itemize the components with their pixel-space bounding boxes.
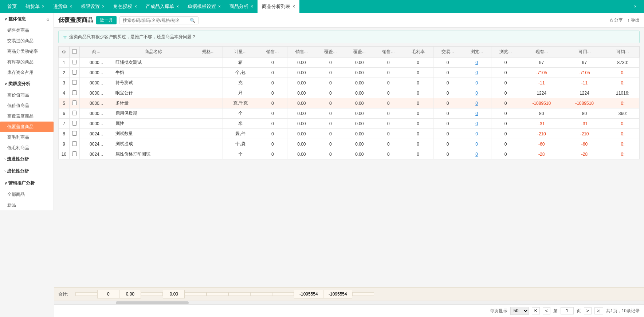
sidebar-item-low-value[interactable]: 低价值商品 bbox=[0, 100, 54, 111]
sidebar-section-flow[interactable]: › 流通性分析 bbox=[0, 153, 54, 165]
cell-st1: -11 bbox=[520, 78, 563, 88]
cell-spec bbox=[194, 88, 223, 98]
nav-close-product-analysis-list[interactable]: × bbox=[292, 0, 295, 13]
cell-br1[interactable]: 0 bbox=[462, 98, 491, 108]
scrollbar-area[interactable] bbox=[54, 301, 644, 304]
nav-product-stock[interactable]: 产成品入库单 × bbox=[141, 0, 183, 13]
nav-close-role-auth[interactable]: × bbox=[134, 0, 137, 13]
row-checkbox[interactable] bbox=[72, 60, 77, 64]
select-all-checkbox[interactable] bbox=[72, 49, 77, 54]
share-button[interactable]: ⎙ 分享 bbox=[610, 17, 623, 23]
row-checkbox[interactable] bbox=[72, 141, 77, 146]
sidebar-item-low-margin[interactable]: 低毛利商品 bbox=[0, 143, 54, 153]
cell-br1[interactable]: 0 bbox=[462, 129, 491, 139]
row-checkbox[interactable] bbox=[72, 121, 77, 126]
cell-unit: 克,千克 bbox=[223, 98, 258, 108]
prev-page-button[interactable]: < bbox=[543, 307, 550, 314]
cell-check[interactable] bbox=[70, 129, 80, 139]
row-checkbox[interactable] bbox=[72, 90, 77, 95]
sidebar-item-high-margin[interactable]: 高毛利商品 bbox=[0, 132, 54, 143]
row-checkbox[interactable] bbox=[72, 131, 77, 136]
nav-product-analysis[interactable]: 商品分析 × bbox=[225, 0, 258, 13]
window-close-button[interactable]: × bbox=[629, 0, 641, 13]
cell-br1[interactable]: 0 bbox=[462, 78, 491, 88]
export-icon: ↑ bbox=[627, 18, 629, 23]
nav-template-settings[interactable]: 单据模板设置 × bbox=[183, 0, 225, 13]
row-checkbox[interactable] bbox=[72, 80, 77, 85]
cell-br1[interactable]: 0 bbox=[462, 68, 491, 78]
cell-c2: 0.00 bbox=[345, 119, 374, 129]
cell-tr: 0 bbox=[433, 129, 462, 139]
row-checkbox[interactable] bbox=[72, 111, 77, 115]
sidebar-section-cluster[interactable]: ∨ 类群度分析 bbox=[0, 78, 54, 90]
sidebar-section-growth[interactable]: › 成长性分析 bbox=[0, 165, 54, 177]
col-settings[interactable]: ⚙ bbox=[59, 47, 70, 58]
row-checkbox[interactable] bbox=[72, 151, 77, 156]
nav-role-auth[interactable]: 角色授权 × bbox=[109, 0, 141, 13]
total-info: 共1页，10条记录 bbox=[606, 308, 640, 314]
sidebar-item-high-value[interactable]: 高价值商品 bbox=[0, 90, 54, 100]
nav-close-sales-order[interactable]: × bbox=[42, 0, 44, 13]
sidebar-item-low-coverage[interactable]: 低覆盖度商品 bbox=[0, 122, 54, 132]
cell-br1[interactable]: 0 bbox=[462, 108, 491, 119]
sidebar-item-in-stock[interactable]: 有库存的商品 bbox=[0, 57, 54, 67]
cell-check[interactable] bbox=[70, 108, 80, 119]
cell-check[interactable] bbox=[70, 58, 80, 68]
nav-sales-order[interactable]: 销货单 × bbox=[21, 0, 49, 13]
cell-c1: 0 bbox=[316, 68, 345, 78]
nav-permissions[interactable]: 权限设置 × bbox=[76, 0, 109, 13]
nav-close-product-stock[interactable]: × bbox=[176, 0, 179, 13]
last-page-button[interactable]: >| bbox=[594, 307, 603, 314]
cell-check[interactable] bbox=[70, 149, 80, 159]
current-page-input[interactable] bbox=[561, 307, 574, 314]
cell-br1[interactable]: 0 bbox=[462, 119, 491, 129]
nav-close-template-settings[interactable]: × bbox=[218, 0, 221, 13]
cell-sa: 0: bbox=[606, 78, 639, 88]
cell-check[interactable] bbox=[70, 139, 80, 149]
cell-br2: 0 bbox=[491, 78, 520, 88]
collapse-icon[interactable]: « bbox=[46, 16, 49, 22]
first-page-button[interactable]: K bbox=[532, 307, 540, 314]
cell-check[interactable] bbox=[70, 119, 80, 129]
nav-home[interactable]: 首页 bbox=[3, 0, 21, 13]
sidebar-item-traded-goods[interactable]: 交易过的商品 bbox=[0, 36, 54, 46]
search-icon[interactable]: 🔍 bbox=[190, 18, 195, 23]
sidebar-section-overall[interactable]: ∨ 整体信息 « bbox=[0, 13, 54, 25]
arrow-marketing: ∨ bbox=[4, 181, 7, 185]
cell-num: 7 bbox=[59, 119, 70, 129]
cell-br1[interactable]: 0 bbox=[462, 149, 491, 159]
sidebar-item-new-goods[interactable]: 新品 bbox=[0, 200, 54, 210]
cell-av: -11 bbox=[563, 78, 606, 88]
cell-check[interactable] bbox=[70, 68, 80, 78]
search-input[interactable] bbox=[123, 18, 188, 23]
nav-close-permissions[interactable]: × bbox=[102, 0, 105, 13]
export-button[interactable]: ↑ 导出 bbox=[627, 17, 640, 23]
next-page-button[interactable]: > bbox=[584, 307, 592, 314]
cell-c2: 0.00 bbox=[345, 78, 374, 88]
col-check[interactable] bbox=[70, 47, 80, 58]
table-row: 2 0000... 牛奶 个,包 0 0.00 0 0.00 0 0 0 0 0… bbox=[59, 68, 640, 78]
cell-br1[interactable]: 0 bbox=[462, 88, 491, 98]
sidebar-item-all-goods[interactable]: 全部商品 bbox=[0, 189, 54, 200]
per-page-select[interactable]: 50 10 20 100 bbox=[510, 307, 529, 315]
nav-close-product-analysis[interactable]: × bbox=[251, 0, 253, 13]
nav-product-analysis-list[interactable]: 商品分析列表 × bbox=[258, 0, 299, 13]
cell-br1[interactable]: 0 bbox=[462, 58, 491, 68]
row-checkbox[interactable] bbox=[72, 70, 77, 75]
sidebar-item-capital[interactable]: 库存资金占用 bbox=[0, 67, 54, 78]
nav-purchase-order[interactable]: 进货单 × bbox=[49, 0, 76, 13]
date-filter-button[interactable]: 近一月 bbox=[96, 16, 117, 24]
cell-check[interactable] bbox=[70, 78, 80, 88]
sidebar-item-category-rate[interactable]: 商品分类动销率 bbox=[0, 46, 54, 57]
table-container[interactable]: ⚙ 商... 商品名称 规格... 计量... 销售... 销售... 覆盖..… bbox=[54, 46, 644, 287]
scrollbar-thumb[interactable] bbox=[116, 301, 189, 304]
cell-br1[interactable]: 0 bbox=[462, 139, 491, 149]
cell-check[interactable] bbox=[70, 88, 80, 98]
row-checkbox[interactable] bbox=[72, 100, 77, 105]
sidebar-item-sales-goods[interactable]: 销售类商品 bbox=[0, 25, 54, 36]
cell-s1: 0 bbox=[258, 78, 287, 88]
sidebar-item-high-coverage[interactable]: 高覆盖度商品 bbox=[0, 111, 54, 122]
nav-close-purchase-order[interactable]: × bbox=[70, 0, 72, 13]
cell-check[interactable] bbox=[70, 98, 80, 108]
sidebar-section-marketing[interactable]: ∨ 营销推广分析 bbox=[0, 177, 54, 189]
